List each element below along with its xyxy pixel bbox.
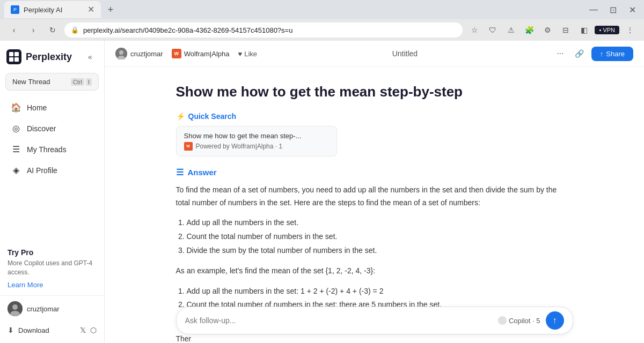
share-label: Share [606,50,625,58]
wolfram-small-icon: W [184,142,193,151]
lock-icon: 🔒 [71,26,79,34]
wolfram-label: Wolfram|Alpha [184,50,230,58]
sidebar-item-label: Discover [27,124,56,133]
app-logo [6,49,21,64]
shield-icon: 🛡 [485,23,500,38]
tab-close-button[interactable]: ✕ [87,5,94,14]
try-pro-section: Try Pro More Copilot uses and GPT-4 acce… [0,242,104,295]
like-label: Like [244,50,257,58]
user-avatar-small [115,48,127,59]
twitter-icon[interactable]: 𝕏 [80,326,86,334]
sidebar-item-ai-profile[interactable]: ◈ AI Profile [3,160,101,180]
user-section: cruztjomar [0,295,104,322]
copilot-label: Copilot · 5 [509,317,540,325]
wolfram-icon: W [172,49,181,58]
sidebar-icon[interactable]: ◧ [576,23,591,38]
example-intro: As an example, let's find the mean of th… [176,265,573,278]
username-label: cruztjomar [27,305,60,313]
sidebar-item-discover[interactable]: ◎ Discover [3,118,101,138]
app-layout: Perplexity « New Thread Ctrl I 🏠 Home ◎ … [0,41,644,343]
copilot-badge: Copilot · 5 [498,316,540,325]
search-card[interactable]: Show me how to get the mean step-... W P… [176,126,337,156]
more-options-button[interactable]: ··· [553,46,568,61]
close-window-button[interactable]: ✕ [625,2,640,17]
ai-profile-icon: ◈ [11,165,21,175]
url-input[interactable]: 🔒 perplexity.ai/search/0409be2c-908a-436… [64,23,463,38]
search-card-powered: W Powered by Wolfram|Alpha · 1 [184,142,329,151]
list-icon: ☰ [176,167,184,177]
sidebar-item-my-threads[interactable]: ☰ My Threads [3,139,101,159]
refresh-button[interactable]: ↻ [45,23,60,38]
sidebar-item-label: AI Profile [27,166,57,175]
send-button[interactable]: ↑ [546,311,564,330]
share-icon: ↑ [600,50,604,58]
i-key: I [86,78,92,86]
share-button[interactable]: ↑ Share [591,47,633,61]
extension-icon[interactable]: 🧩 [522,23,537,38]
forward-button[interactable]: › [26,23,41,38]
steps-list: Add up all the numbers in the set. Count… [187,217,573,257]
new-thread-button[interactable]: New Thread Ctrl I [5,73,99,91]
sidebar-item-home[interactable]: 🏠 Home [3,98,101,117]
tab-bar: P Perplexity AI ✕ + — ⊡ ✕ [0,0,644,19]
new-tab-button[interactable]: + [103,2,118,17]
list-item: Count the total number of numbers in the… [187,230,573,243]
menu-button[interactable]: ⋮ [623,23,638,38]
bolt-icon: ⚡ [176,112,185,121]
sidebar-item-label: Home [27,103,47,112]
new-thread-label: New Thread [12,78,50,86]
answer-label: ☰ Answer [176,167,573,177]
answer-intro: To find the mean of a set of numbers, yo… [176,184,573,210]
discord-icon[interactable]: ⬡ [90,326,97,334]
puzzle-icon: ⚙ [540,23,555,38]
quick-search-text: Quick Search [188,112,237,121]
answer-text: Answer [188,168,217,177]
sidebar-spacer [0,181,104,242]
maximize-button[interactable]: ⊡ [605,2,620,17]
collapse-sidebar-button[interactable]: « [83,49,98,64]
header-username: cruztjomar [130,50,163,58]
logo-dot [9,52,13,56]
powered-by-text: Powered by Wolfram|Alpha · 1 [196,143,283,150]
active-tab[interactable]: P Perplexity AI ✕ [4,1,101,18]
copilot-icon [498,316,507,325]
avatar-svg [115,48,127,59]
logo-dot [9,57,13,62]
ctrl-key: Ctrl [71,78,84,86]
learn-more-link[interactable]: Learn More [8,281,43,289]
back-button[interactable]: ‹ [6,23,21,38]
download-label[interactable]: Download [18,326,49,334]
heart-icon: ♥ [238,50,242,58]
social-icons: 𝕏 ⬡ [80,326,97,334]
user-avatar [8,301,23,316]
shortcut-badge: Ctrl I [71,78,92,86]
list-item: Add up all the numbers in the set. [187,217,573,229]
header-title: Untitled [266,49,544,58]
alert-icon: ⚠ [503,23,518,38]
logo-area: Perplexity [6,49,72,64]
logo-text: Perplexity [26,51,72,63]
article-title: Show me how to get the mean step-by-step [176,83,573,101]
svg-point-4 [119,50,123,55]
minimize-button[interactable]: — [586,2,601,17]
share-link-button[interactable]: 🔗 [572,46,587,61]
download-icon: ⬇ [8,326,14,334]
threads-icon: ☰ [11,144,21,154]
split-screen-icon[interactable]: ⊟ [558,23,573,38]
header-actions: ··· 🔗 ↑ Share [553,46,633,61]
try-pro-desc: More Copilot uses and GPT-4 access. [8,259,97,277]
logo-dot [14,57,19,62]
quick-search-label: ⚡ Quick Search [176,112,573,121]
like-pill[interactable]: ♥ Like [238,50,257,58]
search-card-text: Show me how to get the mean step-... [184,132,329,140]
follow-up-bar: Copilot · 5 ↑ [176,307,573,334]
follow-up-input[interactable] [185,316,493,325]
address-bar: ‹ › ↻ 🔒 perplexity.ai/search/0409be2c-90… [0,19,644,41]
wolfram-pill: W Wolfram|Alpha [172,49,230,58]
bookmark-button[interactable]: ☆ [467,23,482,38]
sidebar: Perplexity « New Thread Ctrl I 🏠 Home ◎ … [0,41,105,343]
sidebar-item-label: My Threads [27,145,67,154]
browser-right-actions: ☆ 🛡 ⚠ 🧩 ⚙ ⊟ ◧ • VPN ⋮ [467,23,638,38]
list-item: Add up all the numbers in the set: 1 + 2… [187,285,573,298]
logo-dot [14,52,19,56]
